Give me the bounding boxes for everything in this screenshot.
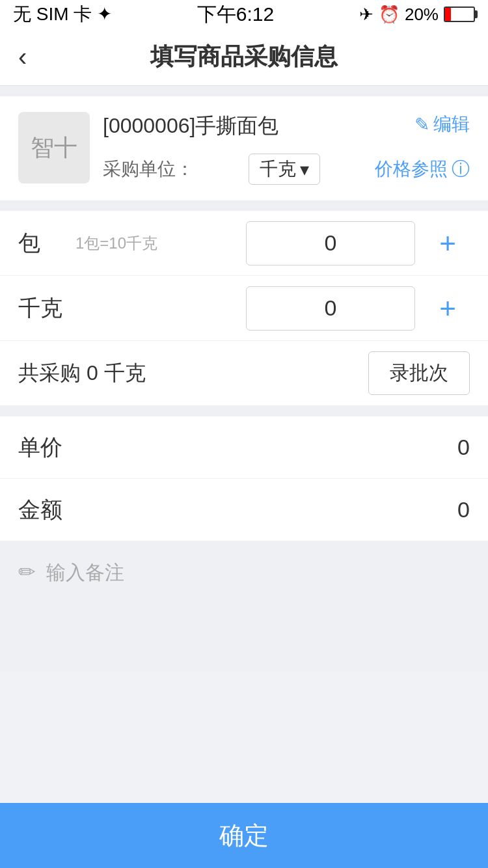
- product-logo: 智十: [31, 132, 77, 164]
- section-divider-top: [0, 86, 488, 96]
- kg-input-right: +: [70, 286, 470, 331]
- unit-row: 采购单位： 千克 ▾ 价格参照 ⓘ: [103, 154, 470, 185]
- bag-input-row: 包 1包=10千克 +: [0, 211, 488, 276]
- kg-label: 千克: [18, 293, 70, 323]
- edit-icon: ✎: [414, 114, 429, 135]
- confirm-button[interactable]: 确定: [0, 803, 488, 868]
- amount-row: 金额 0: [0, 479, 488, 541]
- section-divider-bottom: [0, 406, 488, 416]
- location-icon: ✈: [359, 5, 373, 25]
- kg-quantity-input[interactable]: [246, 286, 415, 331]
- product-card: 智十 [0000006]手撕面包 ✎ 编辑 采购单位： 千克 ▾ 价格参照 ⓘ: [0, 96, 488, 200]
- product-name: [0000006]手撕面包: [103, 112, 278, 141]
- status-right: ✈ ⏰ 20%: [359, 5, 475, 25]
- bag-quantity-input[interactable]: [246, 221, 415, 265]
- edit-button[interactable]: ✎ 编辑: [414, 112, 470, 137]
- pencil-icon: ✏: [18, 560, 36, 584]
- product-info: [0000006]手撕面包 ✎ 编辑 采购单位： 千克 ▾ 价格参照 ⓘ: [103, 112, 470, 185]
- unit-price-row: 单价 0: [0, 416, 488, 479]
- batch-button[interactable]: 录批次: [368, 351, 470, 395]
- battery-fill: [445, 8, 451, 21]
- kg-plus-button[interactable]: +: [426, 286, 470, 331]
- back-button[interactable]: ‹: [18, 42, 27, 72]
- price-ref-button[interactable]: 价格参照 ⓘ: [375, 157, 470, 182]
- amount-value: 0: [457, 497, 470, 522]
- help-icon: ⓘ: [452, 157, 470, 182]
- dropdown-icon: ▾: [300, 159, 309, 180]
- status-bar: 无 SIM 卡 ✦ 下午6:12 ✈ ⏰ 20%: [0, 0, 488, 29]
- kg-input-row: 千克 +: [0, 276, 488, 341]
- unit-select[interactable]: 千克 ▾: [249, 154, 320, 185]
- status-time: 下午6:12: [197, 1, 274, 28]
- bag-sublabel: 1包=10千克: [75, 233, 157, 254]
- alarm-icon: ⏰: [379, 5, 400, 25]
- unit-label: 采购单位：: [103, 157, 194, 182]
- sim-status: 无 SIM 卡 ✦: [13, 2, 112, 27]
- bag-input-right: +: [157, 221, 470, 265]
- unit-value: 千克: [260, 157, 296, 182]
- bag-label: 包: [18, 228, 70, 258]
- section-divider-mid: [0, 200, 488, 211]
- unit-price-value: 0: [457, 435, 470, 460]
- status-left: 无 SIM 卡 ✦: [13, 2, 112, 27]
- price-ref-label: 价格参照: [375, 157, 448, 182]
- bag-plus-button[interactable]: +: [426, 221, 470, 265]
- product-name-row: [0000006]手撕面包 ✎ 编辑: [103, 112, 470, 141]
- edit-label: 编辑: [433, 112, 470, 137]
- page-title: 填写商品采购信息: [150, 41, 338, 73]
- price-info-section: 单价 0 金额 0: [0, 416, 488, 541]
- battery-icon: [444, 7, 475, 22]
- battery-text: 20%: [405, 5, 439, 25]
- summary-text: 共采购 0 千克: [18, 359, 146, 388]
- input-section: 包 1包=10千克 + 千克 +: [0, 211, 488, 341]
- product-thumbnail: 智十: [18, 112, 90, 183]
- remark-placeholder: 输入备注: [46, 560, 124, 586]
- remark-section[interactable]: ✏ 输入备注: [0, 541, 488, 671]
- nav-bar: ‹ 填写商品采购信息: [0, 29, 488, 86]
- unit-price-label: 单价: [18, 433, 62, 463]
- summary-row: 共采购 0 千克 录批次: [0, 341, 488, 406]
- amount-label: 金额: [18, 495, 62, 525]
